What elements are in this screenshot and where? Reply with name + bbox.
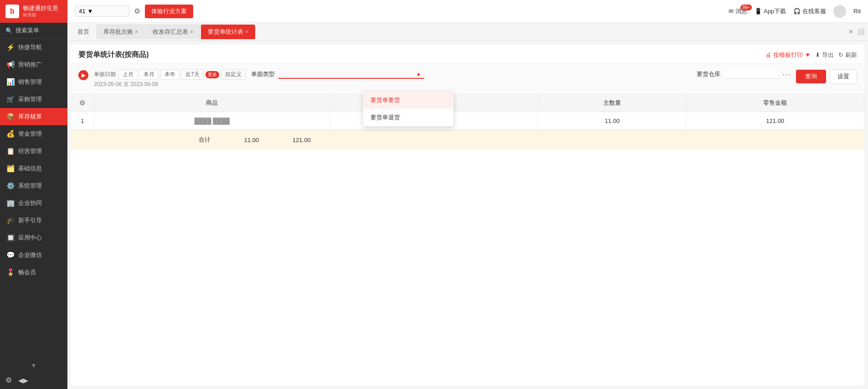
app-download-btn[interactable]: 📱 App下载 xyxy=(755,7,786,15)
print-arrow: ▼ xyxy=(805,51,811,58)
tab-home[interactable]: 首页 xyxy=(71,25,96,39)
sidebar-item-wechat[interactable]: 💬 企业微信 xyxy=(0,246,67,264)
table-row: 1 ████ ████ 块 11.00 121.00 xyxy=(71,112,864,130)
date-btn-custom[interactable]: 自定义 xyxy=(221,69,246,80)
more-badge[interactable]: 更多 xyxy=(205,71,219,78)
sidebar-item-label: 销售管理 xyxy=(18,78,42,86)
row-product: ████ ████ xyxy=(94,112,330,130)
tab-receivable-summary[interactable]: 收发存汇总表 × xyxy=(146,25,200,39)
warehouse-more-btn[interactable]: ⋯ xyxy=(782,69,791,79)
quick-nav-icon: ⚡ xyxy=(6,43,15,51)
sidebar-item-system[interactable]: ⚙️ 系统管理 xyxy=(0,177,67,194)
sidebar-item-label: 采购管理 xyxy=(18,95,42,103)
type-select-input[interactable] xyxy=(281,70,414,77)
row-amount: 121.00 xyxy=(686,112,864,130)
tab-order-stats[interactable]: 要货单统计表 × xyxy=(201,25,255,39)
messages-count: 99+ xyxy=(740,5,752,10)
filter-settings-btn[interactable]: 设置 xyxy=(830,69,857,84)
sidebar-item-purchase[interactable]: 🛒 采购管理 xyxy=(0,91,67,108)
selector-arrow: ▼ xyxy=(87,8,93,15)
sidebar-bottom: ⚙ ◀▶ xyxy=(0,371,67,389)
sidebar: b 畅捷通好生意 标准版 🔍 搜索菜单 ⚡ 快捷导航 📢 营销推广 📊 销售管理… xyxy=(0,0,67,389)
search-menu[interactable]: 🔍 搜索菜单 xyxy=(0,23,67,39)
print-label: 按模板打印 xyxy=(773,51,803,59)
sidebar-item-membership[interactable]: 🎖️ 畅会员 xyxy=(0,264,67,281)
type-select-arrow[interactable]: ▲ xyxy=(416,71,421,77)
print-btn[interactable]: 🖨 按模板打印 ▼ xyxy=(765,51,811,59)
dropdown-item-order-goods[interactable]: 要货单要货 xyxy=(363,92,453,109)
sidebar-item-label: 基础信息 xyxy=(18,164,42,173)
avatar[interactable] xyxy=(833,5,846,18)
finance-icon: 💰 xyxy=(6,130,15,138)
filter-expand-btn[interactable]: ▶ xyxy=(78,70,88,80)
date-btn-last-month[interactable]: 上月 xyxy=(118,69,138,80)
tab-inventory-batch[interactable]: 库存批次账 × xyxy=(97,25,145,39)
sidebar-item-marketing[interactable]: 📢 营销推广 xyxy=(0,56,67,73)
guide-icon: 🎓 xyxy=(6,216,15,225)
export-btn[interactable]: ⬇ 导出 xyxy=(815,51,834,59)
app-icon: 📱 xyxy=(755,8,762,15)
logo-area: b 畅捷通好生意 标准版 xyxy=(0,0,67,23)
tab-receivable-summary-close[interactable]: × xyxy=(190,29,193,35)
export-icon: ⬇ xyxy=(815,51,820,58)
sidebar-item-operations[interactable]: 📋 经营管理 xyxy=(0,143,67,160)
sidebar-item-basic[interactable]: 🗂️ 基础信息 xyxy=(0,160,67,177)
date-btn-7days[interactable]: 近7天 xyxy=(181,69,204,80)
sidebar-scroll-down[interactable]: ▼ xyxy=(0,360,67,371)
date-btn-this-month[interactable]: 本月 xyxy=(139,69,159,80)
tab-inventory-batch-close[interactable]: × xyxy=(135,29,138,35)
type-filter-group: 单据类型 ▲ xyxy=(251,69,691,79)
close-all-icon[interactable]: ✕ xyxy=(848,28,853,35)
date-range-display: 2023-05-06 至 2023-06-06 xyxy=(94,81,158,88)
warehouse-filter-label: 要货仓库 xyxy=(697,70,720,78)
col-quantity: 主数量 xyxy=(538,94,686,112)
search-label: 搜索菜单 xyxy=(15,26,39,35)
filter-bar: ▶ 单据日期 上月 本月 本年 近7天 更多 自定义 2023-05-0 xyxy=(71,64,864,94)
enterprise-icon: 🏢 xyxy=(6,199,15,207)
date-buttons: 上月 本月 本年 近7天 更多 自定义 xyxy=(118,69,246,80)
refresh-btn[interactable]: ↻ 刷新 xyxy=(838,51,857,59)
apps-icon: 🔲 xyxy=(6,234,15,242)
collapse-icon[interactable]: ◀▶ xyxy=(18,377,28,384)
col-settings-icon[interactable]: ⚙ xyxy=(79,99,85,107)
warehouse-input[interactable] xyxy=(724,70,779,79)
logo-icon: b xyxy=(5,5,19,18)
sales-icon: 📊 xyxy=(6,78,15,86)
footer-quantity: 11.00 xyxy=(233,137,270,143)
type-select-wrapper[interactable]: ▲ xyxy=(278,69,424,79)
sidebar-nav: ⚡ 快捷导航 📢 营销推广 📊 销售管理 🛒 采购管理 📦 库存核算 💰 资金管… xyxy=(0,39,67,360)
dropdown-item-order-return[interactable]: 要货单退货 xyxy=(363,109,453,126)
maximize-icon[interactable]: ⬜ xyxy=(857,28,864,35)
query-btn[interactable]: 查询 xyxy=(796,70,826,83)
page-content: 要货单统计表(按商品) 🖨 按模板打印 ▼ ⬇ 导出 ↻ 刷新 xyxy=(67,41,868,389)
export-label: 导出 xyxy=(822,51,834,59)
col-settings: ⚙ xyxy=(71,94,94,112)
row-index: 1 xyxy=(71,112,94,130)
sidebar-item-enterprise[interactable]: 🏢 企业协同 xyxy=(0,194,67,212)
operations-icon: 📋 xyxy=(6,147,15,155)
main-area: 41 ▼ ⚙ 体验行业方案 ✉ 消息 99+ 📱 App下载 🎧 在线客服 Ri… xyxy=(67,0,868,389)
settings-icon[interactable]: ⚙ xyxy=(5,376,12,384)
username: Rit xyxy=(853,8,861,15)
sidebar-item-label: 新手引导 xyxy=(18,216,42,225)
product-name: ████ ████ xyxy=(195,118,230,124)
messages-btn[interactable]: ✉ 消息 99+ xyxy=(729,7,747,15)
sidebar-item-inventory[interactable]: 📦 库存核算 xyxy=(0,108,67,125)
topbar-left: 41 ▼ ⚙ 体验行业方案 xyxy=(75,5,723,18)
sidebar-item-apps[interactable]: 🔲 应用中心 xyxy=(0,229,67,246)
sidebar-item-quick-nav[interactable]: ⚡ 快捷导航 xyxy=(0,39,67,56)
industry-btn[interactable]: 体验行业方案 xyxy=(145,5,193,18)
filter-actions: 查询 设置 xyxy=(796,69,857,84)
col-amount: 零售金额 xyxy=(686,94,864,112)
marketing-icon: 📢 xyxy=(6,61,15,69)
purchase-icon: 🛒 xyxy=(6,95,15,103)
date-btn-this-year[interactable]: 本年 xyxy=(160,69,180,80)
topbar-gear-icon[interactable]: ⚙ xyxy=(134,7,140,15)
tab-order-stats-close[interactable]: × xyxy=(245,29,248,35)
service-btn[interactable]: 🎧 在线客服 xyxy=(793,7,826,15)
sidebar-item-sales[interactable]: 📊 销售管理 xyxy=(0,73,67,91)
sidebar-item-finance[interactable]: 💰 资金管理 xyxy=(0,125,67,143)
company-value: 41 xyxy=(79,8,85,15)
company-selector[interactable]: 41 ▼ xyxy=(75,5,129,17)
sidebar-item-guide[interactable]: 🎓 新手引导 xyxy=(0,212,67,229)
